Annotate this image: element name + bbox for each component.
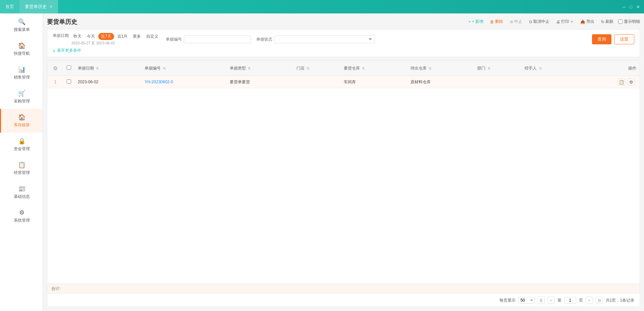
cell-handler bbox=[521, 76, 578, 88]
sidebar-item-ops-mgmt-label: 经营管理 bbox=[14, 170, 30, 176]
cancel-stop-button[interactable]: ⊙ 取消中止 bbox=[527, 17, 551, 26]
top-bar: 首页 要货单历史 ✕ ─ □ ✕ bbox=[0, 0, 644, 13]
th-department[interactable]: 部门 ⇅ bbox=[474, 61, 521, 76]
date-buttons: 昨天 今天 近7天 近1月 更多 自定义 bbox=[71, 33, 160, 40]
date-btn-last-month[interactable]: 近1月 bbox=[115, 33, 130, 40]
sidebar-item-sys-mgmt[interactable]: ⚙ 系统管理 bbox=[0, 204, 43, 228]
sidebar-item-inventory[interactable]: 🏠 库存核算 bbox=[0, 109, 43, 133]
th-req-warehouse[interactable]: 要货仓库 ⇅ bbox=[340, 61, 407, 76]
date-btn-last7[interactable]: 近7天 bbox=[98, 33, 114, 40]
cell-store bbox=[293, 76, 340, 88]
date-btn-more[interactable]: 更多 bbox=[131, 33, 143, 40]
select-all-checkbox[interactable] bbox=[67, 65, 71, 70]
content-area: 要货单历史 + + 新增 🗑 删除 ⊘ 中止 ⊙ bbox=[43, 13, 644, 311]
print-icon: 🖨 bbox=[556, 19, 560, 24]
sidebar-item-search-menu[interactable]: 🔍 搜索菜单 bbox=[0, 13, 43, 37]
display-detail-toggle[interactable]: 显示明细 bbox=[618, 19, 640, 25]
delete-button[interactable]: 🗑 删除 bbox=[488, 17, 505, 26]
sidebar-item-purchase-mgmt[interactable]: 🛒 采购管理 bbox=[0, 85, 43, 109]
date-btn-yesterday[interactable]: 昨天 bbox=[71, 33, 84, 40]
sidebar-item-quick-nav[interactable]: 🏠 快捷导航 bbox=[0, 37, 43, 61]
th-doc-date-label: 单据日期 bbox=[78, 66, 94, 71]
window-close-icon[interactable]: ✕ bbox=[636, 4, 640, 9]
pg-first-btn[interactable]: ⟨⟨ bbox=[537, 297, 545, 304]
op-more-btn[interactable]: ⚙ bbox=[628, 78, 635, 86]
row-checkbox[interactable] bbox=[67, 79, 71, 84]
tab-home[interactable]: 首页 bbox=[0, 0, 19, 13]
sort-icon-req-warehouse: ⇅ bbox=[362, 66, 365, 70]
th-doc-date[interactable]: 单据日期 ⇅ bbox=[74, 61, 141, 76]
query-button[interactable]: 查询 bbox=[592, 34, 611, 44]
cell-doc-no[interactable]: YH-20230602-0 bbox=[141, 76, 226, 88]
th-handler[interactable]: 经手人 ⇅ bbox=[521, 61, 578, 76]
sidebar-item-inventory-label: 库存核算 bbox=[14, 122, 30, 128]
stop-icon: ⊘ bbox=[510, 19, 513, 24]
sidebar-item-basic-info[interactable]: 📰 基础信息 bbox=[0, 180, 43, 204]
doc-no-link[interactable]: YH-20230602-0 bbox=[145, 80, 173, 84]
refresh-icon: ↻ bbox=[601, 19, 604, 24]
export-icon: 📤 bbox=[580, 19, 585, 24]
th-store-label: 门店 bbox=[297, 66, 305, 71]
stop-button[interactable]: ⊘ 中止 bbox=[508, 17, 524, 26]
sidebar-item-sales-mgmt[interactable]: 📊 销售管理 bbox=[0, 61, 43, 85]
date-btn-today[interactable]: 今天 bbox=[85, 33, 97, 40]
top-bar-right: ─ □ ✕ bbox=[623, 4, 644, 9]
th-pending-warehouse-label: 待出仓库 bbox=[411, 66, 427, 71]
th-doc-no[interactable]: 单据编号 ⇅ bbox=[141, 61, 226, 76]
th-operation-label: 操作 bbox=[628, 66, 636, 71]
new-button[interactable]: + + 新增 bbox=[467, 17, 485, 26]
table-row: 1 2023-06-02 YH-20230602-0 要货单要货 车间库 原材料… bbox=[47, 76, 640, 88]
pg-last-btn[interactable]: ⟩⟩ bbox=[596, 297, 603, 304]
doc-no-input[interactable] bbox=[184, 35, 251, 43]
refresh-button[interactable]: ↻ 刷新 bbox=[599, 17, 615, 26]
page-size-select[interactable]: 50 10 20 100 bbox=[518, 297, 535, 304]
window-max-icon[interactable]: □ bbox=[630, 4, 632, 9]
status-select[interactable] bbox=[274, 35, 375, 43]
th-checkbox[interactable] bbox=[63, 61, 74, 76]
page-header: 要货单历史 + + 新增 🗑 删除 ⊘ 中止 ⊙ bbox=[47, 17, 640, 26]
pg-next-btn[interactable]: › bbox=[586, 297, 593, 304]
date-btn-custom[interactable]: 自定义 bbox=[144, 33, 160, 40]
main-table: ⚙ 单据日期 ⇅ 单据编号 bbox=[47, 61, 640, 88]
sidebar-item-sys-mgmt-label: 系统管理 bbox=[14, 218, 30, 223]
main-layout: 🔍 搜索菜单 🏠 快捷导航 📊 销售管理 🛒 采购管理 🏠 库存核算 🔒 资金管… bbox=[0, 13, 644, 311]
pagination-bar: 每页显示 50 10 20 100 ⟨⟨ ‹ 第 页 › ⟩⟩ 共1页，1条记录 bbox=[47, 294, 640, 307]
tab-close-icon[interactable]: ✕ bbox=[49, 4, 53, 9]
ops-mgmt-icon: 📋 bbox=[18, 161, 25, 169]
pg-prev-btn[interactable]: ‹ bbox=[547, 297, 555, 304]
th-pending-warehouse[interactable]: 待出仓库 ⇅ bbox=[407, 61, 474, 76]
cell-doc-type: 要货单要货 bbox=[226, 76, 293, 88]
table-settings-icon[interactable]: ⚙ bbox=[51, 63, 60, 73]
expand-more-btn[interactable]: ∨ 展开更多条件 bbox=[53, 48, 634, 53]
sort-icon-pending-warehouse: ⇅ bbox=[429, 66, 431, 70]
cell-checkbox[interactable] bbox=[63, 76, 74, 88]
display-detail-checkbox[interactable] bbox=[618, 19, 623, 24]
th-settings[interactable]: ⚙ bbox=[47, 61, 63, 76]
export-button[interactable]: 📤 导出 bbox=[578, 17, 596, 26]
th-operation: 操作 bbox=[579, 61, 640, 76]
sort-icon-doc-date: ⇅ bbox=[96, 66, 99, 70]
th-department-label: 部门 bbox=[477, 66, 485, 71]
sidebar-item-ops-mgmt[interactable]: 📋 经营管理 bbox=[0, 157, 43, 180]
chevron-down-icon: ∨ bbox=[53, 48, 56, 53]
sidebar-item-search-menu-label: 搜索菜单 bbox=[14, 27, 30, 33]
cell-pending-warehouse: 原材料仓库 bbox=[407, 76, 474, 88]
footer-total-label: 合计: bbox=[51, 286, 60, 292]
filter-doc-no: 单据编号 bbox=[166, 35, 251, 43]
pg-page-label: 第 bbox=[557, 298, 561, 303]
tab-order-history[interactable]: 要货单历史 ✕ bbox=[19, 0, 58, 13]
basic-info-icon: 📰 bbox=[18, 185, 25, 192]
th-store[interactable]: 门店 ⇅ bbox=[293, 61, 340, 76]
sort-icon-doc-type: ⇅ bbox=[248, 66, 251, 70]
th-doc-type[interactable]: 单据类型 ⇅ bbox=[226, 61, 293, 76]
print-button[interactable]: 🖨 打印 ▼ bbox=[554, 17, 576, 26]
page-size-label: 每页显示 bbox=[499, 298, 516, 303]
window-min-icon[interactable]: ─ bbox=[623, 4, 626, 9]
pg-page-input[interactable] bbox=[564, 297, 576, 304]
settings-button[interactable]: 设置 bbox=[614, 34, 634, 44]
page-actions: + + 新增 🗑 删除 ⊘ 中止 ⊙ 取消中止 bbox=[467, 17, 640, 26]
op-view-btn[interactable]: 📋 bbox=[618, 78, 625, 86]
sort-icon-department: ⇅ bbox=[488, 66, 490, 70]
sidebar-item-finance-mgmt[interactable]: 🔒 资金管理 bbox=[0, 133, 43, 157]
pg-total-label: 共1页，1条记录 bbox=[606, 298, 634, 303]
